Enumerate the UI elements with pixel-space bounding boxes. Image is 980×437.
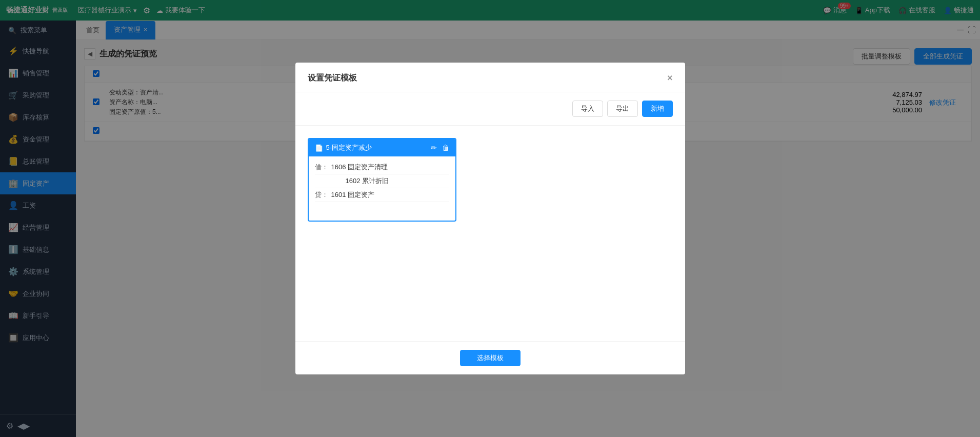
entry-code-3: 1601 固定资产 [331, 190, 375, 200]
dialog-set-template: 设置凭证模板 × 导入 导出 新增 📄 [295, 63, 685, 374]
template-card: 📄 5-固定资产减少 ✏ 🗑 [308, 138, 456, 222]
template-card-header: 📄 5-固定资产减少 ✏ 🗑 [309, 139, 455, 156]
export-button[interactable]: 导出 [607, 101, 638, 117]
select-template-button[interactable]: 选择模板 [460, 350, 521, 366]
entry-code-2: 1602 累计折旧 [331, 176, 389, 186]
template-entry-row: 借： 1606 固定资产清理 [315, 161, 449, 174]
dialog-header: 设置凭证模板 × [295, 63, 685, 92]
template-name: 5-固定资产减少 [326, 143, 372, 152]
modal-overlay: 设置凭证模板 × 导入 导出 新增 📄 [76, 21, 980, 437]
content-area: 首页 资产管理 × ─ ⛶ ◀ 生成的凭证预览 [76, 21, 980, 437]
new-button[interactable]: 新增 [642, 101, 673, 117]
entry-empty [315, 204, 317, 214]
template-entry-row-empty [315, 202, 449, 216]
import-button[interactable]: 导入 [572, 101, 603, 117]
dialog-footer: 选择模板 [295, 341, 685, 374]
entry-side-1: 借： [315, 163, 329, 172]
template-actions: ✏ 🗑 [431, 144, 449, 152]
template-edit-icon[interactable]: ✏ [431, 144, 437, 152]
dialog-body: 📄 5-固定资产减少 ✏ 🗑 [295, 126, 685, 341]
dialog-toolbar: 导入 导出 新增 [295, 92, 685, 126]
entry-code-1: 1606 固定资产清理 [331, 163, 388, 172]
template-card-body: 借： 1606 固定资产清理 1602 累计折旧 贷： 1601 固定资产 [309, 156, 455, 221]
entry-side-3: 贷： [315, 190, 329, 200]
template-delete-icon[interactable]: 🗑 [442, 144, 449, 152]
template-entry-row: 1602 累计折旧 [315, 174, 449, 188]
template-title-area: 📄 5-固定资产减少 [315, 143, 372, 152]
template-doc-icon: 📄 [315, 144, 323, 152]
dialog-close-button[interactable]: × [667, 73, 673, 84]
dialog-title: 设置凭证模板 [308, 73, 357, 84]
template-entry-row: 贷： 1601 固定资产 [315, 188, 449, 202]
